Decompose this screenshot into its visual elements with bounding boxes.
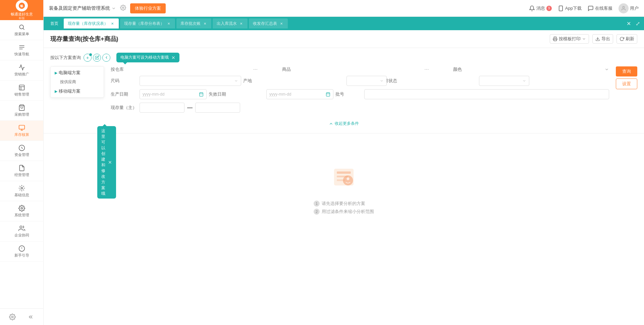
- tab-home[interactable]: 首页: [46, 18, 62, 29]
- sidebar-footer-settings[interactable]: [9, 314, 16, 320]
- expire-date-label: 失效日期: [209, 91, 235, 97]
- origin-select[interactable]: [346, 76, 387, 86]
- filter-right-btns: 查询 设置: [616, 66, 637, 116]
- edit-scheme-btn[interactable]: [93, 54, 101, 62]
- tip-text-1: 请先选择要分析的方案: [322, 201, 365, 207]
- filter-header-label: 按以下方案查询: [50, 55, 81, 61]
- tab-batch-ledger-label: 库存批次账: [180, 21, 201, 26]
- stock-status-dropdown-icon: [522, 79, 526, 83]
- tab-inventory-status-close[interactable]: ✕: [110, 21, 115, 26]
- maximize-btn[interactable]: ⤢: [634, 20, 641, 28]
- tab-batch-ledger-close[interactable]: ✕: [203, 21, 207, 26]
- scheme-tooltip2-close[interactable]: ✕: [108, 160, 112, 165]
- stock-qty-min[interactable]: [140, 103, 184, 113]
- tab-inventory-dist[interactable]: 现存量（库存分布表） ✕: [120, 18, 175, 29]
- add-scheme-btn[interactable]: +: [84, 54, 92, 62]
- goods-dots[interactable]: ···: [424, 66, 451, 72]
- collapse-filter-btn[interactable]: 收起更多条件: [50, 119, 637, 128]
- filter-header: 按以下方案查询 +: [50, 53, 637, 62]
- stock-status-select[interactable]: [479, 76, 529, 86]
- scheme-tree-item-supplier[interactable]: 按供应商: [51, 77, 104, 87]
- filter-fields: 按仓库 ··· 商品 ··· 颜色 尺码: [111, 66, 609, 116]
- sidebar-footer-collapse[interactable]: [28, 314, 34, 320]
- svg-point-9: [21, 207, 22, 209]
- scheme-tree-item-supplier-label: 按供应商: [60, 79, 76, 85]
- online-service-item[interactable]: 在线客服: [588, 5, 612, 11]
- collapse-btn-label: 收起更多条件: [335, 121, 359, 126]
- notice-badge: 9: [546, 6, 552, 11]
- print-icon: [553, 37, 557, 41]
- scheme-tooltip2-text: 这里可以创建和修改方案哦: [101, 128, 105, 197]
- warehouse-dots[interactable]: ···: [253, 66, 280, 72]
- page-title: 现存量查询(按仓库+商品): [50, 35, 118, 43]
- sidebar-item-purchase-label: 采购管理: [14, 112, 29, 117]
- sidebar-item-finance[interactable]: 资金管理: [0, 141, 43, 161]
- prod-date-calendar-icon[interactable]: [199, 92, 204, 97]
- svg-rect-4: [19, 85, 24, 90]
- logo-icon: 畅: [16, 0, 28, 11]
- feature-btn[interactable]: 体验行业方案: [130, 3, 166, 13]
- scheme-tree-item-mobile[interactable]: ▶ 移动端方案: [51, 87, 104, 96]
- tab-receive-summary-label: 收发存汇总表: [253, 21, 277, 26]
- filter-settings-btn[interactable]: 设置: [616, 78, 637, 89]
- tab-receive-summary-close[interactable]: ✕: [279, 21, 284, 26]
- size-select[interactable]: [140, 76, 241, 86]
- back-scheme-btn[interactable]: [102, 54, 110, 62]
- app-download-item[interactable]: App下载: [558, 5, 582, 11]
- svg-rect-14: [559, 6, 563, 11]
- sidebar-item-search[interactable]: 搜索菜单: [0, 20, 43, 40]
- user-item[interactable]: 用户: [619, 3, 639, 13]
- tab-in-out-flow-close[interactable]: ✕: [239, 21, 244, 26]
- stock-qty-max[interactable]: [195, 103, 240, 113]
- sidebar-item-basicinfo[interactable]: 基础信息: [0, 181, 43, 201]
- batch-no-label: 批号: [335, 91, 362, 97]
- sidebar-item-sales-label: 销售管理: [14, 92, 29, 97]
- svg-point-12: [12, 316, 13, 318]
- sidebar-item-system[interactable]: 系统管理: [0, 201, 43, 221]
- refresh-btn[interactable]: 刷新: [616, 34, 637, 44]
- export-btn[interactable]: 导出: [592, 34, 613, 44]
- sidebar-item-marketing[interactable]: 营销推广: [0, 60, 43, 80]
- close-all-tabs-btn[interactable]: ✕: [625, 20, 632, 28]
- empty-tip-1: 1 请先选择要分析的方案: [314, 201, 374, 207]
- tip-num-1: 1: [314, 201, 320, 207]
- expire-date-calendar-icon[interactable]: [326, 92, 330, 97]
- expire-date-input[interactable]: yyyy-mm-dd: [266, 89, 333, 99]
- scheme-tooltip-container: 电脑方案可设为移动方案哦 ✕: [116, 53, 179, 62]
- sidebar: 畅 畅通道好生意 标版 搜索菜单 快速导航 营销推广 销售管理 采购管理: [0, 0, 44, 325]
- stock-status-label: 现存量状态: [375, 78, 477, 84]
- svg-text:畅: 畅: [20, 4, 23, 8]
- scheme-tooltip-close[interactable]: ✕: [171, 55, 175, 60]
- sidebar-item-operations[interactable]: 经营管理: [0, 161, 43, 181]
- filter-row-4: 现存量（主） —: [111, 103, 609, 113]
- sidebar-item-basicinfo-label: 基础信息: [14, 193, 29, 198]
- batch-no-input[interactable]: [364, 89, 609, 99]
- origin-dropdown-icon: [380, 79, 384, 83]
- scheme-tree-item-pc[interactable]: ▶ 电脑端方案: [51, 68, 104, 77]
- print-btn[interactable]: 按模板打印: [550, 34, 589, 44]
- collapse-icon: [329, 121, 333, 126]
- app-title-dropdown[interactable]: 装备及固定资产辅助管理系统: [49, 5, 116, 11]
- tab-in-out-flow[interactable]: 出入库流水 ✕: [213, 18, 248, 29]
- topbar-settings-btn[interactable]: [120, 5, 126, 12]
- query-btn[interactable]: 查询: [616, 66, 637, 76]
- prod-date-input[interactable]: yyyy-mm-dd: [140, 89, 207, 99]
- sidebar-item-purchase[interactable]: 采购管理: [0, 101, 43, 121]
- tab-inventory-status[interactable]: 现存量（库存状况表） ✕: [64, 18, 119, 29]
- color-dropdown-icon[interactable]: [596, 67, 609, 72]
- svg-rect-17: [554, 39, 556, 41]
- sidebar-item-quicknav[interactable]: 快速导航: [0, 40, 43, 60]
- sidebar-item-marketing-label: 营销推广: [14, 72, 29, 77]
- svg-point-10: [20, 226, 22, 228]
- tab-batch-ledger[interactable]: 库存批次账 ✕: [176, 18, 211, 29]
- print-label: 按模板打印: [559, 36, 581, 42]
- highlight-dot: [89, 53, 92, 56]
- tab-inventory-dist-close[interactable]: ✕: [166, 21, 171, 26]
- sidebar-item-sales[interactable]: 销售管理: [0, 80, 43, 101]
- sidebar-item-guide[interactable]: 新手引导: [0, 241, 43, 262]
- goods-label: 商品: [282, 66, 423, 72]
- sidebar-item-inventory[interactable]: 库存核算: [0, 121, 43, 141]
- notice-item[interactable]: 消息 9: [529, 5, 552, 11]
- sidebar-item-cooperation[interactable]: 企业协同: [0, 221, 43, 241]
- tab-receive-summary[interactable]: 收发存汇总表 ✕: [249, 18, 288, 29]
